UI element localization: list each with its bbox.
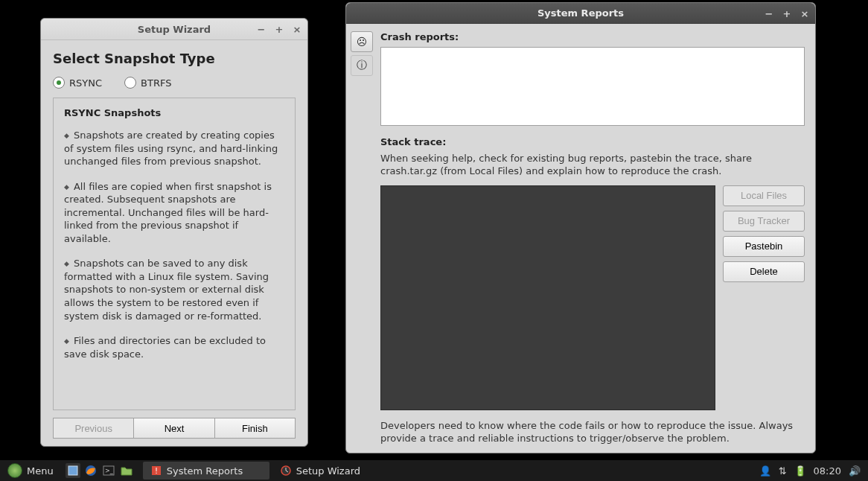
taskbar: Menu >_ ! System Reports Setup Wizard xyxy=(0,460,868,481)
setup-wizard-window: Setup Wizard − + × Select Snapshot Type … xyxy=(40,18,308,447)
minimize-icon[interactable]: − xyxy=(255,24,267,35)
menu-button[interactable]: Menu xyxy=(0,460,61,481)
info-para-3: Snapshots can be saved to any disk forma… xyxy=(64,257,284,322)
wizard-titlebar[interactable]: Setup Wizard − + × xyxy=(41,19,307,40)
window-list: ! System Reports Setup Wizard xyxy=(143,462,399,480)
system-tray: 👤 ⇅ 🔋 08:20 🔊 xyxy=(752,465,868,477)
info-tab-icon[interactable]: ⓘ xyxy=(351,55,373,76)
action-buttons: Local Files Bug Tracker Pastebin Delete xyxy=(723,185,805,410)
stack-trace-viewer[interactable] xyxy=(380,185,715,410)
page-title: Select Snapshot Type xyxy=(53,51,296,66)
reports-title: System Reports xyxy=(537,7,624,19)
close-icon[interactable]: × xyxy=(799,8,811,19)
next-button[interactable]: Next xyxy=(134,418,214,439)
firefox-icon[interactable] xyxy=(83,463,98,478)
stack-trace-label: Stack trace: xyxy=(380,136,805,147)
radio-rsync-label: RSYNC xyxy=(69,77,102,89)
radio-dot-icon xyxy=(53,77,65,89)
clock-icon xyxy=(280,465,292,477)
local-files-button: Local Files xyxy=(723,185,805,206)
finish-button[interactable]: Finish xyxy=(215,418,296,439)
menu-label: Menu xyxy=(27,465,54,477)
minimize-icon[interactable]: − xyxy=(763,8,775,19)
show-desktop-icon[interactable] xyxy=(66,463,80,478)
radio-dot-icon xyxy=(124,77,136,89)
crash-tab-icon[interactable]: ☹ xyxy=(351,31,373,52)
task-setup-wizard[interactable]: Setup Wizard xyxy=(272,462,399,480)
svg-rect-0 xyxy=(68,466,77,475)
info-para-1: Snapshots are created by creating copies… xyxy=(64,129,284,168)
wizard-button-row: Previous Next Finish xyxy=(53,418,296,439)
snapshot-type-radios: RSYNC BTRFS xyxy=(53,77,296,89)
pastebin-button[interactable]: Pastebin xyxy=(723,236,805,257)
user-icon[interactable]: 👤 xyxy=(759,465,771,477)
mint-logo-icon xyxy=(7,463,22,478)
rsync-info-panel: RSYNC Snapshots Snapshots are created by… xyxy=(53,98,296,410)
bug-tracker-button: Bug Tracker xyxy=(723,211,805,232)
stack-trace-help: When seeking help, check for existing bu… xyxy=(380,152,805,178)
network-icon[interactable]: ⇅ xyxy=(779,465,787,477)
maximize-icon[interactable]: + xyxy=(273,24,285,35)
volume-icon[interactable]: 🔊 xyxy=(849,465,861,477)
task-label: System Reports xyxy=(167,465,243,477)
clock[interactable]: 08:20 xyxy=(814,465,841,477)
reports-titlebar[interactable]: System Reports − + × xyxy=(346,3,815,24)
task-system-reports[interactable]: ! System Reports xyxy=(143,462,269,480)
quick-launch: >_ xyxy=(61,463,138,478)
system-reports-window: System Reports − + × ☹ ⓘ Crash reports: … xyxy=(345,2,816,453)
task-label: Setup Wizard xyxy=(296,465,360,477)
crash-reports-label: Crash reports: xyxy=(380,31,805,42)
info-para-2: All files are copied when first snapshot… xyxy=(64,180,284,246)
sidebar: ☹ ⓘ xyxy=(346,24,377,453)
developer-note: Developers need to know where the code f… xyxy=(380,419,805,445)
wizard-title: Setup Wizard xyxy=(138,24,211,35)
previous-button: Previous xyxy=(53,418,134,439)
radio-rsync[interactable]: RSYNC xyxy=(53,77,102,89)
info-panel-title: RSYNC Snapshots xyxy=(64,107,284,118)
radio-btrfs[interactable]: BTRFS xyxy=(124,77,171,89)
maximize-icon[interactable]: + xyxy=(781,8,793,19)
radio-btrfs-label: BTRFS xyxy=(141,77,171,89)
info-para-4: Files and directories can be excluded to… xyxy=(64,334,284,360)
svg-text:>_: >_ xyxy=(105,468,114,474)
close-icon[interactable]: × xyxy=(291,24,303,35)
crash-reports-list[interactable] xyxy=(380,47,805,126)
warning-icon: ! xyxy=(150,465,162,477)
delete-button[interactable]: Delete xyxy=(723,261,805,282)
terminal-icon[interactable]: >_ xyxy=(101,463,116,478)
svg-text:!: ! xyxy=(155,467,158,475)
battery-icon[interactable]: 🔋 xyxy=(794,465,806,477)
files-icon[interactable] xyxy=(119,463,134,478)
